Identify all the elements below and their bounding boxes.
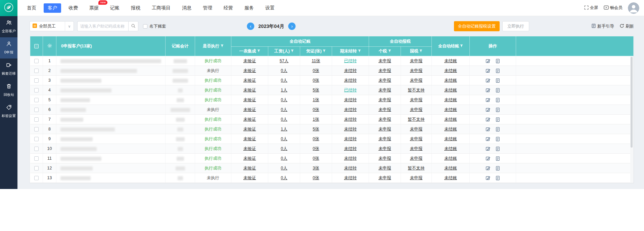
carryover-link[interactable]: 已结转	[344, 59, 357, 63]
voucher-link[interactable]: 1张	[313, 98, 319, 102]
filter-icon[interactable]	[460, 44, 463, 48]
edit-icon[interactable]	[486, 88, 491, 93]
closing-link[interactable]: 未结账	[444, 166, 457, 170]
sidebar-item-回收站[interactable]: 回收站	[0, 80, 17, 101]
salary-link[interactable]: 0人	[281, 156, 287, 161]
carryover-link[interactable]: 未结转	[344, 78, 357, 83]
personal-tax-link[interactable]: 未申报	[378, 137, 391, 141]
nav-item-报税[interactable]: 报税	[127, 3, 144, 13]
one-form-link[interactable]: 未验证	[243, 117, 256, 122]
carryover-link[interactable]: 未结转	[344, 166, 357, 170]
guide-button[interactable]: 新手引导	[591, 24, 614, 29]
closing-link[interactable]: 未结账	[444, 98, 457, 102]
search-button[interactable]	[128, 21, 138, 31]
client-name-redacted[interactable]	[60, 108, 86, 112]
one-form-link[interactable]: 未验证	[243, 78, 256, 83]
sub-column-header-凭证(张)[interactable]: 凭证(张)	[300, 47, 332, 56]
voucher-link[interactable]: 0张	[313, 107, 319, 112]
closing-link[interactable]: 未结账	[444, 59, 457, 63]
national-tax-link[interactable]: 未申报	[410, 68, 423, 73]
own-ledger-checkbox-box[interactable]	[143, 24, 147, 29]
voucher-link[interactable]: 5张	[313, 88, 319, 92]
national-tax-link[interactable]: 暂不支持	[408, 166, 425, 170]
closing-link[interactable]: 未结账	[444, 176, 457, 180]
personal-tax-link[interactable]: 未申报	[378, 127, 391, 131]
client-name-redacted[interactable]	[60, 88, 111, 92]
voucher-link[interactable]: 0张	[313, 156, 319, 161]
voucher-link[interactable]: 0张	[313, 176, 319, 180]
report-icon[interactable]	[495, 68, 500, 73]
salary-link[interactable]: 0人	[281, 117, 287, 122]
client-name-redacted[interactable]	[60, 98, 90, 102]
salary-link[interactable]: 1人	[281, 127, 287, 131]
filter-icon[interactable]	[323, 49, 326, 53]
edit-icon[interactable]	[486, 137, 491, 142]
sub-column-header-国税[interactable]: 国税	[401, 47, 432, 56]
voucher-link[interactable]: 3张	[313, 166, 319, 170]
one-form-link[interactable]: 未验证	[243, 156, 256, 161]
edit-icon[interactable]	[486, 176, 491, 181]
fullscreen-button[interactable]: 全屏	[584, 5, 598, 11]
select-all-checkbox[interactable]	[34, 44, 39, 48]
salary-link[interactable]: 1人	[281, 88, 287, 92]
nav-item-经营[interactable]: 经营	[220, 3, 237, 13]
closing-link[interactable]: 未结账	[444, 156, 457, 161]
row-checkbox[interactable]	[34, 117, 39, 122]
sub-column-header-工资(人)[interactable]: 工资(人)	[268, 47, 300, 56]
one-form-link[interactable]: 未验证	[243, 88, 256, 92]
nav-item-工商项目[interactable]: 工商项目	[148, 3, 175, 13]
national-tax-link[interactable]: 未申报	[410, 146, 423, 151]
filter-icon[interactable]	[257, 49, 260, 53]
voucher-link[interactable]: 11张	[312, 59, 320, 63]
national-tax-link[interactable]: 未申报	[410, 127, 423, 131]
closing-link[interactable]: 未结账	[444, 107, 457, 112]
client-name-redacted[interactable]	[60, 176, 91, 180]
personal-tax-link[interactable]: 未申报	[378, 107, 391, 112]
salary-link[interactable]: 0人	[281, 68, 287, 73]
one-form-link[interactable]: 未验证	[243, 166, 256, 170]
national-tax-link[interactable]: 暂不支持	[408, 88, 425, 92]
salary-link[interactable]: 0人	[281, 98, 287, 102]
client-name-redacted[interactable]	[60, 79, 101, 83]
edit-icon[interactable]	[486, 166, 491, 171]
personal-tax-link[interactable]: 未申报	[378, 78, 391, 83]
client-name-redacted[interactable]	[60, 147, 97, 151]
national-tax-link[interactable]: 未申报	[410, 59, 423, 63]
next-month-button[interactable]: ›	[288, 23, 296, 30]
employee-filter-dropdown[interactable]: 全部员工 ∨	[30, 21, 74, 31]
row-checkbox[interactable]	[34, 78, 39, 83]
one-form-link[interactable]: 未验证	[243, 146, 256, 151]
edit-icon[interactable]	[486, 146, 491, 151]
one-form-link[interactable]: 未验证	[243, 68, 256, 73]
filter-icon[interactable]	[291, 49, 294, 53]
row-checkbox[interactable]	[34, 108, 39, 112]
nav-item-客户[interactable]: 客户	[44, 3, 61, 13]
carryover-link[interactable]: 未结转	[344, 137, 357, 141]
personal-tax-link[interactable]: 未申报	[378, 117, 391, 122]
salary-link[interactable]: 0人	[281, 137, 287, 141]
row-checkbox[interactable]	[34, 156, 39, 161]
carryover-link[interactable]: 未结转	[344, 107, 357, 112]
carryover-link[interactable]: 未结转	[344, 98, 357, 102]
execute-now-button[interactable]: 立即执行	[502, 21, 529, 31]
row-checkbox[interactable]	[34, 59, 39, 63]
client-name-redacted[interactable]	[60, 157, 101, 161]
client-name-redacted[interactable]	[60, 69, 137, 73]
closing-link[interactable]: 未结账	[444, 117, 457, 122]
nav-item-记账[interactable]: 记账	[106, 3, 124, 13]
personal-tax-link[interactable]: 未申报	[378, 146, 391, 151]
carryover-link[interactable]: 未结转	[344, 68, 357, 73]
sidebar-item-全部客户[interactable]: 全部客户	[0, 16, 17, 37]
voucher-link[interactable]: 1张	[313, 117, 319, 122]
one-form-link[interactable]: 未验证	[243, 98, 256, 102]
voucher-link[interactable]: 5张	[313, 127, 319, 131]
national-tax-link[interactable]: 未申报	[410, 78, 423, 83]
report-icon[interactable]	[495, 107, 500, 112]
edit-icon[interactable]	[486, 127, 491, 132]
national-tax-link[interactable]: 未申报	[410, 98, 423, 102]
nav-item-管理[interactable]: 管理	[199, 3, 216, 13]
report-icon[interactable]	[495, 59, 500, 64]
client-name-redacted[interactable]	[60, 118, 83, 122]
gear-icon[interactable]	[47, 44, 52, 49]
nav-item-服务[interactable]: 服务	[240, 3, 258, 13]
